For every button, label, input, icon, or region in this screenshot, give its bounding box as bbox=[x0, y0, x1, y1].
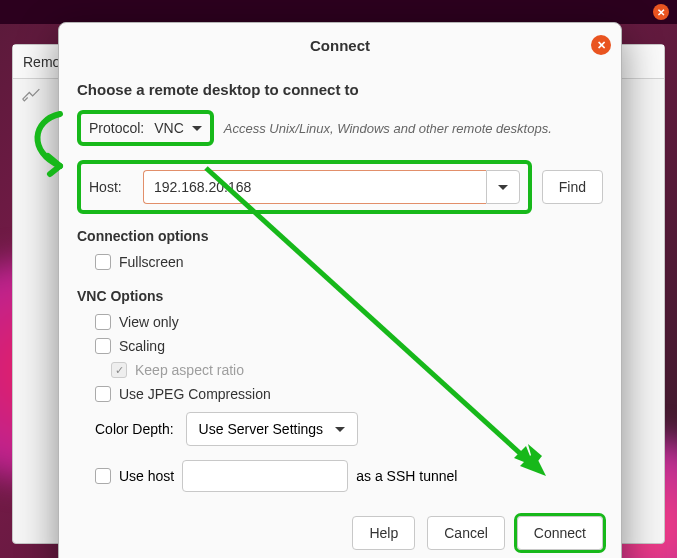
dialog-titlebar: Connect ✕ bbox=[59, 23, 621, 67]
chevron-down-icon bbox=[498, 185, 508, 190]
section-heading: Choose a remote desktop to connect to bbox=[77, 81, 603, 98]
colordepth-value: Use Server Settings bbox=[199, 421, 324, 437]
jpeg-checkbox[interactable] bbox=[95, 386, 111, 402]
dialog-close-button[interactable]: ✕ bbox=[591, 35, 611, 55]
viewonly-checkbox[interactable] bbox=[95, 314, 111, 330]
jpeg-label: Use JPEG Compression bbox=[119, 386, 271, 402]
vnc-options-heading: VNC Options bbox=[77, 288, 603, 304]
connect-dialog: Connect ✕ Choose a remote desktop to con… bbox=[58, 22, 622, 558]
colordepth-select[interactable]: Use Server Settings bbox=[186, 412, 359, 446]
viewonly-label: View only bbox=[119, 314, 179, 330]
host-region: Host: bbox=[77, 160, 532, 214]
connect-button[interactable]: Connect bbox=[517, 516, 603, 550]
colordepth-label: Color Depth: bbox=[95, 421, 174, 437]
protocol-hint: Access Unix/Linux, Windows and other rem… bbox=[224, 121, 552, 136]
host-history-dropdown[interactable] bbox=[486, 170, 520, 204]
protocol-dropdown[interactable]: VNC bbox=[154, 120, 202, 136]
fullscreen-checkbox[interactable] bbox=[95, 254, 111, 270]
keepaspect-label: Keep aspect ratio bbox=[135, 362, 244, 378]
app-toolbar-icon[interactable] bbox=[21, 87, 41, 103]
host-label: Host: bbox=[89, 179, 135, 195]
ssh-suffix-label: as a SSH tunnel bbox=[356, 468, 457, 484]
protocol-label: Protocol: bbox=[89, 120, 144, 136]
keepaspect-checkbox: ✓ bbox=[111, 362, 127, 378]
fullscreen-label: Fullscreen bbox=[119, 254, 184, 270]
chevron-down-icon bbox=[335, 427, 345, 432]
find-button[interactable]: Find bbox=[542, 170, 603, 204]
scaling-checkbox[interactable] bbox=[95, 338, 111, 354]
help-button[interactable]: Help bbox=[352, 516, 415, 550]
ssh-host-input[interactable] bbox=[182, 460, 348, 492]
protocol-value: VNC bbox=[154, 120, 184, 136]
protocol-region: Protocol: VNC bbox=[77, 110, 214, 146]
usehost-label: Use host bbox=[119, 468, 174, 484]
host-input[interactable] bbox=[143, 170, 486, 204]
scaling-label: Scaling bbox=[119, 338, 165, 354]
cancel-button[interactable]: Cancel bbox=[427, 516, 505, 550]
desktop-topbar: ✕ bbox=[0, 0, 677, 24]
usehost-checkbox[interactable] bbox=[95, 468, 111, 484]
window-close-icon[interactable]: ✕ bbox=[653, 4, 669, 20]
chevron-down-icon bbox=[192, 126, 202, 131]
connection-options-heading: Connection options bbox=[77, 228, 603, 244]
dialog-title: Connect bbox=[310, 37, 370, 54]
